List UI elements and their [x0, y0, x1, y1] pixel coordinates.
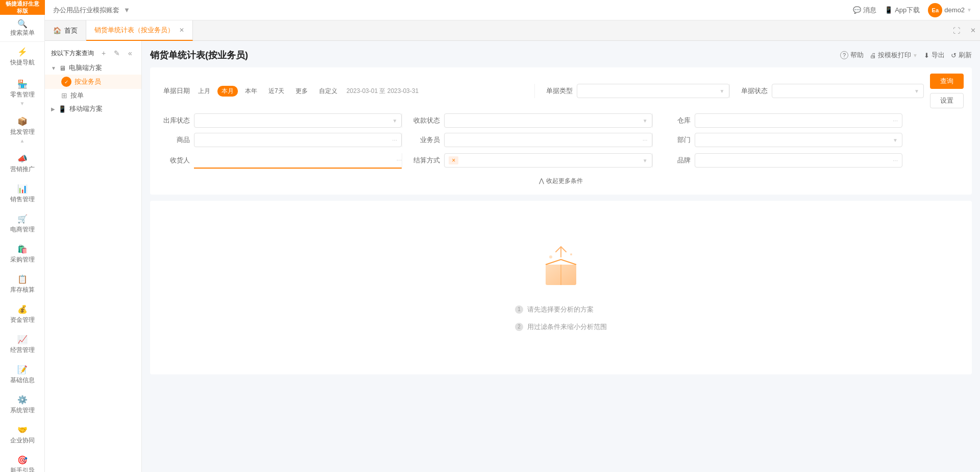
- edit-scheme-button[interactable]: ✎: [112, 48, 122, 58]
- sidebar-search[interactable]: 🔍 搜索菜单: [0, 15, 45, 42]
- brand-label: 品牌: [659, 156, 695, 165]
- brand-select[interactable]: ···: [695, 153, 902, 168]
- help-icon: ?: [840, 51, 848, 59]
- sidebar-item-sales[interactable]: 📊 销售管理: [0, 179, 45, 209]
- date-btn-last7[interactable]: 近7天: [264, 86, 288, 97]
- filter-doc-status: 单据状态 ▼: [729, 84, 924, 98]
- receiver-control: ···: [194, 152, 402, 169]
- template-print-button[interactable]: 🖨 按模板打印 ▼: [870, 51, 918, 60]
- sidebar-item-basic[interactable]: 📝 基础信息: [0, 360, 45, 390]
- product-select[interactable]: ···: [194, 133, 402, 147]
- tree-expand-icon: ▼: [51, 65, 56, 71]
- date-control: 上月 本月 本年 近7天 更多 自定义 2023-03-01 至 2023-03…: [194, 86, 534, 97]
- date-btn-more[interactable]: 更多: [291, 86, 312, 97]
- query-button[interactable]: 查询: [930, 74, 964, 89]
- main-area: 办公用品行业模拟账套 ▼ 💬 消息 📱 App下载 Ea demo2 ▼ �: [45, 0, 980, 472]
- doc-status-select[interactable]: ▼: [772, 84, 924, 98]
- sidebar-item-purchase[interactable]: 🛍️ 采购管理: [0, 239, 45, 269]
- doc-type-select[interactable]: ▼: [577, 84, 729, 98]
- dept-arrow: ▼: [893, 137, 898, 143]
- settle-select[interactable]: × ▼: [444, 153, 652, 168]
- tree-mobile-schemes[interactable]: ▶ 📱 移动端方案: [45, 102, 141, 115]
- brand-control: ···: [695, 153, 902, 168]
- sidebar-item-finance[interactable]: 💰 资金管理: [0, 299, 45, 329]
- window-close-icon: ✕: [970, 27, 976, 34]
- add-scheme-button[interactable]: +: [99, 48, 109, 58]
- collapse-more-bar[interactable]: ⋀ 收起更多条件: [158, 174, 964, 188]
- sidebar-item-newbie[interactable]: 🎯 新手引导: [0, 450, 45, 472]
- date-btn-last-month[interactable]: 上月: [194, 86, 214, 97]
- window-close-button[interactable]: ✕: [966, 27, 980, 34]
- warehouse-select[interactable]: ···: [695, 113, 902, 128]
- app-download-button[interactable]: 📱 App下载: [885, 6, 920, 15]
- nav-dropdown-arrow[interactable]: ▼: [124, 6, 130, 14]
- scheme-by-order[interactable]: ⊞ 按单: [45, 89, 141, 102]
- date-label: 单据日期: [158, 86, 194, 96]
- help-button[interactable]: ? 帮助: [840, 51, 864, 60]
- filter-card: 单据日期 上月 本月 本年 近7天 更多 自定义 2023-03-01 至 20…: [150, 67, 972, 195]
- scheme-by-staff-label: 按业务员: [75, 77, 101, 86]
- refresh-button[interactable]: ↺ 刷新: [951, 51, 972, 60]
- filter-settle: 结算方式 × ▼: [402, 153, 652, 168]
- dept-select[interactable]: ▼: [695, 133, 902, 147]
- receiver-input[interactable]: [194, 152, 396, 167]
- print-icon: 🖨: [870, 52, 876, 59]
- tab-close-icon[interactable]: ✕: [179, 27, 184, 34]
- marketing-icon: 📣: [17, 154, 28, 163]
- newbie-icon: 🎯: [17, 455, 28, 465]
- sidebar-item-marketing[interactable]: 📣 营销推广: [0, 149, 45, 179]
- sidebar-item-system[interactable]: ⚙️ 系统管理: [0, 390, 45, 420]
- receiver-ellipsis[interactable]: ···: [396, 156, 402, 163]
- tab-home[interactable]: 🏠 首页: [45, 20, 86, 41]
- sidebar-item-ecommerce[interactable]: 🛒 电商管理: [0, 209, 45, 239]
- sidebar-item-wholesale[interactable]: 📦 批发管理 ▲: [0, 111, 45, 149]
- collapse-panel-button[interactable]: «: [125, 48, 135, 58]
- scheme-by-staff[interactable]: ✓ 按业务员: [45, 75, 141, 89]
- staff-ellipsis: ···: [643, 136, 648, 144]
- storage-status-arrow: ▼: [392, 118, 397, 124]
- tab-sales-stats[interactable]: 销货单统计表（按业务员） ✕: [86, 20, 193, 41]
- sidebar-item-retail[interactable]: 🏪 零售管理 ▼: [0, 74, 45, 111]
- storage-status-select[interactable]: ▼: [194, 113, 402, 128]
- staff-select[interactable]: ···: [444, 133, 652, 147]
- export-button[interactable]: ⬇ 导出: [924, 51, 945, 60]
- date-btn-custom[interactable]: 自定义: [315, 86, 341, 97]
- tab-expand-button[interactable]: ⛶: [947, 27, 966, 35]
- tree-collapsed-icon: ▶: [51, 106, 55, 112]
- warehouse-ellipsis: ···: [893, 117, 898, 124]
- msg-icon: 💬: [853, 6, 861, 14]
- msg-button[interactable]: 💬 消息: [853, 6, 876, 15]
- payment-status-select[interactable]: ▼: [444, 113, 652, 128]
- system-icon: ⚙️: [17, 395, 28, 405]
- sidebar-item-inventory[interactable]: 📋 库存核算: [0, 269, 45, 299]
- svg-point-2: [549, 255, 552, 258]
- product-ellipsis: ···: [392, 136, 397, 144]
- nav-dropdown-text: 办公用品行业模拟账套: [53, 6, 119, 15]
- sales-icon: 📊: [17, 184, 28, 194]
- doc-status-arrow: ▼: [914, 88, 919, 94]
- brand-ellipsis: ···: [893, 157, 898, 164]
- payment-status-label: 收款状态: [408, 116, 444, 125]
- dept-label: 部门: [659, 135, 695, 145]
- avatar: Ea: [928, 3, 942, 17]
- receiver-label: 收货人: [158, 156, 194, 165]
- filter-row-4: 收货人 ··· 结算方式 ×: [158, 152, 964, 169]
- storage-status-control: ▼: [194, 113, 402, 128]
- page-title: 销货单统计表(按业务员): [150, 49, 248, 61]
- sidebar-item-operation[interactable]: 📈 经营管理: [0, 329, 45, 360]
- svg-point-3: [570, 253, 572, 255]
- filter-brand: 品牌 ···: [652, 153, 902, 168]
- sidebar: 畅捷通好生意 标版 🔍 搜索菜单 ⚡ 快捷导航 🏪 零售管理 ▼ 📦 批发管理 …: [0, 0, 45, 472]
- empty-tip-1: 1 请先选择要分析的方案: [515, 303, 607, 316]
- pc-scheme-label: 电脑端方案: [69, 63, 102, 73]
- user-menu[interactable]: Ea demo2 ▼: [928, 3, 972, 17]
- page-content: 按以下方案查询 + ✎ « ▼ 🖥 电脑端方案 ✓ 按业务员 ⊞ 按单: [45, 41, 980, 472]
- operation-icon: 📈: [17, 335, 28, 344]
- date-btn-this-month[interactable]: 本月: [217, 86, 238, 97]
- date-btn-this-year[interactable]: 本年: [241, 86, 261, 97]
- sidebar-item-corp[interactable]: 🤝 企业协同: [0, 420, 45, 450]
- header-left: 办公用品行业模拟账套 ▼: [53, 6, 130, 15]
- tree-pc-schemes[interactable]: ▼ 🖥 电脑端方案: [45, 61, 141, 75]
- settings-button[interactable]: 设置: [930, 93, 964, 108]
- sidebar-item-quick-nav[interactable]: ⚡ 快捷导航: [0, 42, 45, 72]
